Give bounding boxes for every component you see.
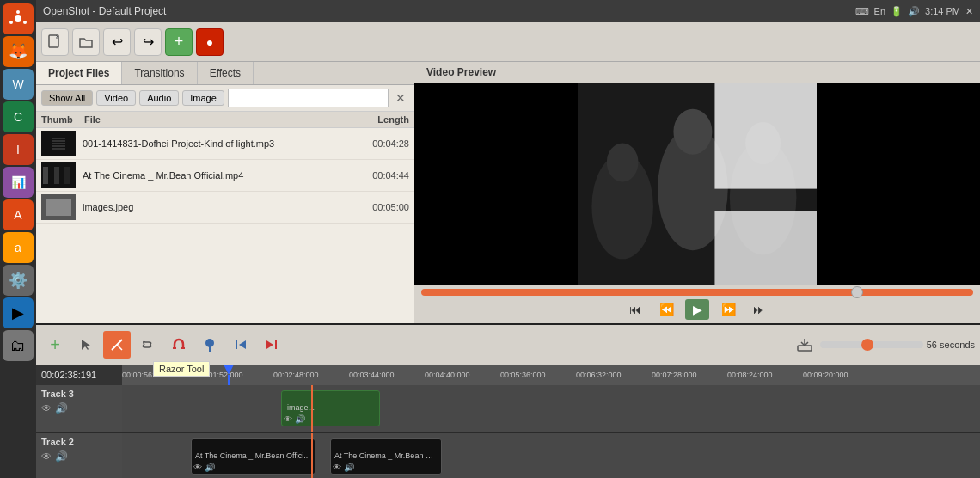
skip-end-button[interactable]: ⏭ — [747, 299, 771, 320]
play-button[interactable]: ▶ — [685, 299, 709, 320]
clip-eye-icon: 👁 — [284, 414, 292, 424]
link-button[interactable] — [134, 331, 162, 358]
main-area: OpenShot - Default Project ⌨ En 🔋 🔊 3:14… — [36, 0, 980, 478]
export-button[interactable] — [793, 333, 817, 357]
skip-start-button[interactable]: ⏮ — [623, 299, 647, 320]
undo-button[interactable]: ↩ — [103, 28, 131, 56]
rewind-button[interactable]: ⏪ — [654, 299, 678, 320]
file-thumb-2 — [41, 194, 76, 220]
ruler-mark-8: 00:08:24:000 — [727, 371, 773, 379]
jump-end-button[interactable] — [258, 331, 285, 358]
track-2-eye-icon[interactable]: 👁 — [41, 450, 52, 463]
clip-eye-icon: 👁 — [193, 463, 202, 472]
sidebar-icon-libreoffice-writer[interactable]: W — [3, 69, 34, 100]
track-3-name: Track 3 — [41, 389, 74, 399]
search-input[interactable] — [228, 89, 389, 107]
clip-track2-0-icons: 👁 🔊 — [193, 463, 215, 472]
right-panel: Video Preview — [414, 62, 980, 323]
progress-bar[interactable] — [421, 289, 973, 296]
current-time-display: 00:02:38:191 — [36, 365, 122, 385]
video-content — [578, 83, 817, 285]
close-icon[interactable]: ✕ — [965, 6, 973, 17]
clock: 3:14 PM — [925, 6, 960, 16]
system-tray: ⌨ En 🔋 🔊 3:14 PM ✕ — [855, 6, 973, 17]
clip-audio-icon: 🔊 — [205, 463, 215, 472]
keyboard-icon: ⌨ — [855, 6, 869, 17]
pointer-tool-button[interactable] — [72, 331, 100, 358]
tab-effects[interactable]: Effects — [198, 62, 254, 84]
add-track-button[interactable]: + — [41, 331, 69, 358]
volume-icon: 🔊 — [908, 6, 920, 17]
file-length-0: 00:04:28 — [358, 138, 409, 149]
video-preview-tab: Video Preview — [414, 62, 980, 83]
track-3-label: Track 3 👁 🔊 — [36, 385, 122, 432]
zoom-thumb[interactable] — [861, 339, 873, 351]
sidebar-icon-files[interactable]: 🗂 — [3, 330, 34, 361]
marker-button[interactable] — [196, 331, 224, 358]
sidebar-icon-libreoffice-impress[interactable]: I — [3, 134, 34, 165]
ruler-mark-6: 00:06:32:000 — [576, 371, 622, 379]
video-black-right — [817, 83, 980, 285]
track-row-2: Track 2 👁 🔊 At The Cinema _ Mr.Bean Offi… — [36, 433, 980, 478]
add-file-button[interactable]: + — [165, 28, 193, 56]
record-button[interactable]: ● — [196, 28, 224, 56]
new-project-button[interactable] — [41, 28, 69, 56]
search-clear-button[interactable]: ✕ — [392, 89, 409, 107]
razor-tool-button[interactable] — [103, 331, 131, 358]
svg-rect-35 — [236, 340, 237, 349]
progress-thumb[interactable] — [851, 286, 863, 298]
tab-transitions[interactable]: Transitions — [122, 62, 197, 84]
track-2-audio-icon[interactable]: 🔊 — [55, 450, 68, 463]
filter-video[interactable]: Video — [96, 90, 136, 106]
clip-track2-0-label: At The Cinema _ Mr.Bean Offici... — [195, 451, 311, 460]
svg-point-1 — [15, 15, 21, 22]
filter-show-all[interactable]: Show All — [41, 90, 93, 106]
filter-bar: Show All Video Audio Image ✕ — [36, 85, 414, 112]
sidebar-icon-amazon[interactable]: a — [3, 232, 34, 263]
clip-track3-0-label: image... — [287, 403, 374, 412]
timeline-toolbar: + Razor Tool — [36, 325, 980, 365]
timeline-tracks: Track 3 👁 🔊 image... 👁 — [36, 385, 980, 478]
clip-track2-1[interactable]: At The Cinema _ Mr.Bean Offic... 👁 🔊 — [330, 438, 442, 475]
open-project-button[interactable] — [72, 28, 100, 56]
file-row-2[interactable]: images.jpeg 00:05:00 — [36, 192, 414, 224]
clip-track3-0[interactable]: image... 👁 🔊 — [281, 390, 380, 426]
file-length-2: 00:05:00 — [358, 202, 409, 212]
track-3-eye-icon[interactable]: 👁 — [41, 402, 52, 414]
left-panel: Project Files Transitions Effects Show A… — [36, 62, 414, 323]
file-row-1[interactable]: At The Cinema _ Mr.Bean Official.mp4 00:… — [36, 160, 414, 192]
video-black-left — [414, 83, 578, 285]
track-2-name: Track 2 — [41, 437, 74, 447]
sidebar-icon-reports[interactable]: 📊 — [3, 167, 34, 198]
sidebar-icon-openshot[interactable]: ▶ — [3, 297, 34, 328]
magnet-button[interactable] — [165, 331, 193, 358]
fast-forward-button[interactable]: ⏩ — [716, 299, 740, 320]
playback-controls: ⏮ ⏪ ▶ ⏩ ⏭ — [414, 285, 980, 323]
sidebar-icon-libreoffice-calc[interactable]: C — [3, 101, 34, 132]
track-3-audio-icon[interactable]: 🔊 — [55, 402, 68, 414]
tab-project-files[interactable]: Project Files — [36, 62, 122, 84]
svg-point-20 — [607, 143, 639, 181]
file-thumb-0 — [41, 131, 76, 156]
track-3-content[interactable]: image... 👁 🔊 — [122, 385, 980, 432]
titlebar: OpenShot - Default Project ⌨ En 🔋 🔊 3:14… — [36, 0, 980, 22]
track-2-icons: 👁 🔊 — [41, 450, 68, 463]
track-2-content[interactable]: At The Cinema _ Mr.Bean Offici... 👁 🔊 At… — [122, 433, 980, 478]
svg-point-3 — [23, 21, 27, 24]
filter-audio[interactable]: Audio — [139, 90, 179, 106]
sidebar-icon-firefox[interactable]: 🦊 — [3, 36, 34, 67]
file-row-0[interactable]: 001-1414831-Dofhei Project-Kind of light… — [36, 128, 414, 160]
redo-button[interactable]: ↪ — [134, 28, 162, 56]
sidebar-icon-ubuntu[interactable] — [3, 3, 34, 34]
filter-image[interactable]: Image — [182, 90, 224, 106]
zoom-slider[interactable] — [820, 341, 923, 348]
svg-point-4 — [9, 21, 13, 24]
col-header-file: File — [84, 114, 358, 125]
battery-icon: 🔋 — [891, 6, 903, 17]
clip-track2-0[interactable]: At The Cinema _ Mr.Bean Offici... 👁 🔊 — [191, 438, 315, 475]
sidebar-icon-app[interactable]: A — [3, 199, 34, 230]
file-thumb-1 — [41, 162, 76, 188]
svg-marker-36 — [239, 340, 246, 349]
jump-start-button[interactable] — [227, 331, 254, 358]
sidebar-icon-settings[interactable]: ⚙️ — [3, 265, 34, 296]
